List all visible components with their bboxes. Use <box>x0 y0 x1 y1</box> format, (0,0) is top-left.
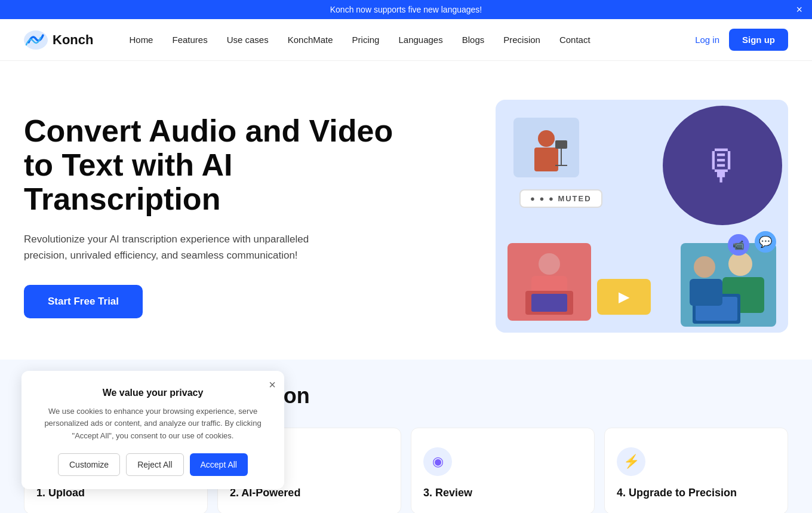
chat-icon: 💬 <box>755 231 776 253</box>
nav-precision[interactable]: Precision <box>503 35 540 45</box>
logo-icon <box>24 30 48 50</box>
nav-contact[interactable]: Contact <box>559 35 590 45</box>
feature-card-precision: ⚡ 4. Upgrade to Precision <box>604 428 788 513</box>
precision-icon: ⚡ <box>617 447 645 476</box>
hero-illustration: 🎙 ● ● ● MUTED <box>496 100 788 333</box>
top-banner: Konch now supports five new languages! × <box>0 0 812 19</box>
nav-konchmate[interactable]: KonchMate <box>288 35 333 45</box>
cookie-close-button[interactable]: × <box>269 378 276 392</box>
svg-point-10 <box>728 252 752 276</box>
feature-label-precision: 4. Upgrade to Precision <box>617 487 776 499</box>
logo-link[interactable]: Konch <box>24 30 93 50</box>
video-call-icon: 📹 <box>728 234 749 256</box>
camera-person-illustration <box>513 118 579 177</box>
banner-close-button[interactable]: × <box>796 4 802 16</box>
nav-use-cases[interactable]: Use cases <box>227 35 269 45</box>
svg-rect-2 <box>534 148 558 171</box>
video-player-illustration: ▶ <box>597 279 651 315</box>
cookie-title: We value your privacy <box>38 388 267 398</box>
microphone-icon: 🎙 <box>702 142 743 189</box>
nav-pricing[interactable]: Pricing <box>352 35 380 45</box>
person-laptop-illustration <box>508 243 591 321</box>
svg-rect-15 <box>690 279 722 306</box>
review-icon: ◉ <box>423 447 452 476</box>
cookie-accept-button[interactable]: Accept All <box>190 453 248 476</box>
mute-badge: ● ● ● MUTED <box>519 189 602 208</box>
person2-illustration <box>681 243 776 327</box>
logo-text: Konch <box>53 32 93 48</box>
svg-rect-3 <box>555 140 567 149</box>
svg-point-14 <box>694 256 715 278</box>
signup-button[interactable]: Sign up <box>729 29 788 51</box>
hero-title: Convert Audio and Video to Text with AI … <box>24 114 394 217</box>
svg-point-6 <box>539 253 560 275</box>
hero-subtitle: Revolutionize your AI transcription expe… <box>24 231 334 263</box>
svg-point-1 <box>538 130 555 147</box>
banner-text: Konch now supports five new languages! <box>330 5 482 14</box>
cookie-banner: × We value your privacy We use cookies t… <box>21 371 284 489</box>
nav-blogs[interactable]: Blogs <box>462 35 485 45</box>
play-icon: ▶ <box>619 288 629 305</box>
cookie-reject-button[interactable]: Reject All <box>126 453 183 476</box>
hero-section: Convert Audio and Video to Text with AI … <box>0 61 812 360</box>
cookie-buttons: Customize Reject All Accept All <box>38 453 267 476</box>
nav-languages[interactable]: Languages <box>398 35 442 45</box>
nav-home[interactable]: Home <box>129 35 153 45</box>
feature-card-review: ◉ 3. Review <box>411 428 595 513</box>
navbar: Konch Home Features Use cases KonchMate … <box>0 19 812 61</box>
nav-actions: Log in Sign up <box>695 29 788 51</box>
login-button[interactable]: Log in <box>695 35 719 45</box>
feature-label-review: 3. Review <box>423 487 582 499</box>
nav-links: Home Features Use cases KonchMate Pricin… <box>129 35 695 45</box>
hero-content: Convert Audio and Video to Text with AI … <box>24 114 394 318</box>
svg-rect-9 <box>531 294 567 312</box>
start-trial-button[interactable]: Start Free Trial <box>24 285 143 318</box>
hero-illustration-container: 🎙 ● ● ● MUTED <box>418 100 788 333</box>
nav-features[interactable]: Features <box>172 35 207 45</box>
cookie-customize-button[interactable]: Customize <box>58 453 120 476</box>
mic-circle: 🎙 <box>663 106 782 225</box>
cookie-text: We use cookies to enhance your browsing … <box>38 406 267 443</box>
